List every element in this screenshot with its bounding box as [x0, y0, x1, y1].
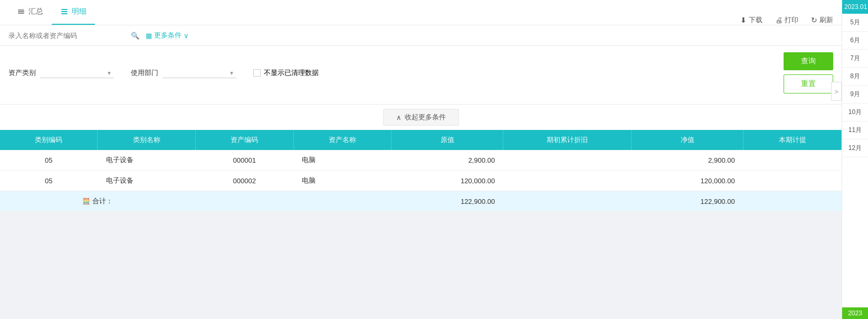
year-top-label[interactable]: 2023.01	[842, 0, 868, 14]
table-body: 05 电子设备 000001 电脑 2,900.00 2,900.00 05 电…	[0, 150, 842, 212]
cell-opening-depreciation	[503, 171, 632, 191]
search-icon[interactable]: 🔍	[131, 32, 139, 40]
col-asset-name: 资产名称	[293, 130, 392, 150]
print-label: 打印	[785, 15, 798, 25]
download-label: 下载	[749, 15, 762, 25]
month-item-10[interactable]: 10月	[842, 104, 868, 121]
cell-opening-depreciation	[503, 150, 632, 171]
col-current-period: 本期计提	[743, 130, 842, 150]
svg-rect-4	[61, 11, 68, 12]
cell-asset-code: 000002	[195, 171, 293, 191]
hide-cleared-label: 不显示已清理数据	[264, 68, 319, 78]
month-item-5[interactable]: 5月	[842, 14, 868, 32]
total-current-period	[743, 191, 842, 212]
cell-net-value: 120,000.00	[632, 171, 743, 191]
total-asset-code	[195, 191, 293, 212]
cell-category-name: 电子设备	[98, 171, 196, 191]
svg-rect-2	[18, 13, 24, 14]
svg-rect-0	[18, 10, 24, 11]
table-row: 05 电子设备 000001 电脑 2,900.00 2,900.00	[0, 150, 842, 171]
col-opening-depreciation: 期初累计折旧	[503, 130, 632, 150]
more-filter-button[interactable]: ▦ 更多条件 ∨	[146, 31, 189, 40]
search-input[interactable]	[8, 32, 125, 40]
print-icon: 🖨	[775, 16, 783, 24]
year-bottom-label[interactable]: 2023	[842, 307, 868, 319]
data-table: 类别编码 类别名称 资产编码 资产名称 原值 期初累计折旧 净值 本期计提 05…	[0, 130, 842, 212]
tab-detail[interactable]: 明细	[52, 0, 95, 25]
cell-category-name: 电子设备	[98, 150, 196, 171]
arrow-right-icon: >	[834, 88, 838, 96]
hide-cleared-filter: 不显示已清理数据	[253, 68, 319, 78]
svg-rect-3	[61, 9, 68, 10]
col-category-name: 类别名称	[98, 130, 196, 150]
filter-actions: 查询 重置	[784, 52, 833, 93]
cell-current-period	[743, 150, 842, 171]
svg-rect-1	[18, 11, 24, 12]
query-button[interactable]: 查询	[784, 52, 833, 70]
svg-rect-5	[61, 13, 68, 14]
tab-summary-label: 汇总	[28, 7, 43, 16]
layers-icon	[17, 7, 25, 16]
print-button[interactable]: 🖨 打印	[775, 15, 798, 25]
collapse-icon: ∧	[396, 114, 402, 121]
download-icon: ⬇	[740, 16, 747, 24]
tab-detail-label: 明细	[72, 7, 87, 16]
filter-icon: ▦	[146, 32, 152, 40]
cell-category-code: 05	[0, 171, 98, 191]
total-net-value: 122,900.00	[632, 191, 743, 212]
total-icon-area: 🧮 合计：	[82, 196, 113, 206]
main-content: 汇总 明细 ⬇ 下载 🖨 打印 ↻ 刷新	[0, 0, 842, 319]
cell-asset-code: 000001	[195, 150, 293, 171]
department-filter: 使用部门 ▼	[131, 68, 236, 78]
calculator-icon: 🧮	[82, 198, 90, 205]
month-item-12[interactable]: 12月	[842, 139, 868, 157]
filter-section: 资产类别 ▼ 使用部门 ▼ 不显示已清理数	[0, 46, 842, 105]
department-select[interactable]	[163, 68, 236, 78]
reset-button[interactable]: 重置	[784, 74, 833, 93]
toolbar-actions: ⬇ 下载 🖨 打印 ↻ 刷新	[740, 15, 833, 25]
filter-row: 资产类别 ▼ 使用部门 ▼ 不显示已清理数	[8, 52, 833, 93]
refresh-label: 刷新	[819, 15, 833, 25]
col-original-value: 原值	[392, 130, 503, 150]
cell-net-value: 2,900.00	[632, 150, 743, 171]
refresh-button[interactable]: ↻ 刷新	[811, 15, 833, 25]
right-panel: 2023.01 5月 6月 7月 8月 9月 10月 11月 12月 2023	[842, 0, 868, 319]
cell-asset-name: 电脑	[293, 150, 392, 171]
month-list: 5月 6月 7月 8月 9月 10月 11月 12月	[842, 14, 868, 307]
month-item-11[interactable]: 11月	[842, 121, 868, 139]
col-asset-code: 资产编码	[195, 130, 293, 150]
hide-cleared-checkbox[interactable]	[253, 69, 261, 77]
cell-category-code: 05	[0, 150, 98, 171]
asset-category-select[interactable]	[40, 68, 114, 78]
search-bar: 🔍 ▦ 更多条件 ∨	[0, 25, 842, 46]
total-original-value: 122,900.00	[392, 191, 503, 212]
cell-original-value: 2,900.00	[392, 150, 503, 171]
collapse-label: 收起更多条件	[405, 112, 446, 122]
asset-category-filter: 资产类别 ▼	[8, 68, 114, 78]
collapse-row: ∧ 收起更多条件	[0, 105, 842, 130]
month-item-9[interactable]: 9月	[842, 86, 868, 104]
collapse-button[interactable]: ∧ 收起更多条件	[383, 109, 459, 126]
tab-summary[interactable]: 汇总	[8, 0, 52, 25]
more-filter-label: 更多条件	[154, 31, 182, 40]
chevron-down-icon: ∨	[184, 32, 189, 40]
sub-tabs-bar: 汇总 明细 ⬇ 下载 🖨 打印 ↻ 刷新	[0, 0, 842, 25]
total-asset-name	[293, 191, 392, 212]
table-row: 05 电子设备 000002 电脑 120,000.00 120,000.00	[0, 171, 842, 191]
total-row: 🧮 合计： 122,900.00 122,900.00	[0, 191, 842, 212]
col-category-code: 类别编码	[0, 130, 98, 150]
table-header: 类别编码 类别名称 资产编码 资产名称 原值 期初累计折旧 净值 本期计提	[0, 130, 842, 150]
total-label-cell: 🧮 合计：	[0, 191, 195, 212]
list-icon	[60, 7, 69, 16]
month-item-8[interactable]: 8月	[842, 68, 868, 86]
total-label: 合计：	[92, 196, 113, 206]
cell-original-value: 120,000.00	[392, 171, 503, 191]
download-button[interactable]: ⬇ 下载	[740, 15, 762, 25]
cell-current-period	[743, 171, 842, 191]
refresh-icon: ↻	[811, 16, 817, 24]
col-net-value: 净值	[632, 130, 743, 150]
panel-arrow-toggle[interactable]: >	[831, 82, 842, 101]
month-item-6[interactable]: 6月	[842, 32, 868, 50]
month-item-7[interactable]: 7月	[842, 50, 868, 68]
asset-category-label: 资产类别	[8, 68, 36, 78]
